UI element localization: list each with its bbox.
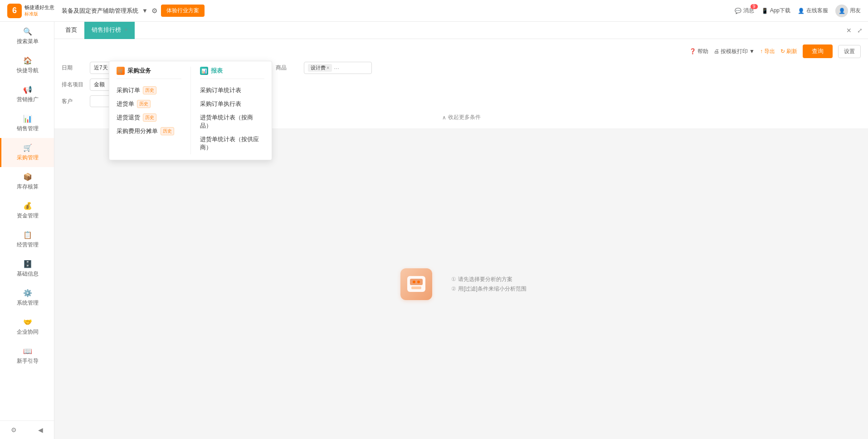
tab-close-icon[interactable]: × bbox=[125, 27, 127, 32]
sidebar-item-sales[interactable]: 📊 销售管理 bbox=[0, 109, 54, 138]
operation-icon: 📋 bbox=[23, 231, 32, 239]
app-download-btn[interactable]: 📱 App下载 bbox=[761, 7, 790, 15]
top-header: 6 畅捷通好生意 标准版 装备及固定资产辅助管理系统 ▼ ⚙ 体验行业方案 💬 … bbox=[0, 0, 868, 22]
search-icon: 🔍 bbox=[23, 27, 32, 36]
online-service-label: 在线客服 bbox=[806, 7, 828, 15]
collapse-icon: ∧ bbox=[442, 114, 446, 121]
tab-bar: 首页 销售排行榜 × ✕ ⤢ bbox=[54, 22, 868, 39]
goods-tag-close-icon[interactable]: × bbox=[327, 65, 329, 70]
empty-hints: ① 请先选择要分析的方案 ② 用[过滤]条件来缩小分析范围 bbox=[451, 276, 527, 293]
tab-restore-btn[interactable]: ⤢ bbox=[855, 25, 864, 36]
purchase-order-label: 采购订单 bbox=[117, 86, 140, 94]
purchase-icon: 🛒 bbox=[23, 143, 32, 152]
sidebar-item-enterprise[interactable]: 🤝 企业协同 bbox=[0, 312, 54, 341]
tab-sales-rank-label: 销售排行榜 bbox=[92, 26, 121, 34]
sidebar-settings-btn[interactable]: ⚙ bbox=[11, 426, 17, 434]
sidebar-item-finance[interactable]: 💰 资金管理 bbox=[0, 196, 54, 225]
sidebar-item-quick[interactable]: 🏠 快捷导航 bbox=[0, 51, 54, 80]
message-btn[interactable]: 💬 消息 9 bbox=[735, 7, 754, 15]
print-label: 按模板打印 bbox=[721, 48, 748, 55]
report-section-icon: 📊 bbox=[200, 67, 208, 75]
tab-home[interactable]: 首页 bbox=[58, 22, 84, 39]
purchase-order-exec-label: 采购订单执行表 bbox=[200, 100, 241, 108]
purchase-order-history-tag: 历史 bbox=[143, 86, 156, 94]
system-icon: ⚙️ bbox=[23, 289, 32, 297]
goods-label: 商品 bbox=[276, 64, 298, 72]
print-icon: 🖨 bbox=[714, 48, 719, 54]
sidebar-collapse-btn[interactable]: ◀ bbox=[38, 426, 43, 434]
sidebar-item-basic[interactable]: 🗄️ 基础信息 bbox=[0, 254, 54, 283]
purchase-section-icon: 🛒 bbox=[117, 67, 125, 75]
enterprise-icon: 🤝 bbox=[23, 318, 32, 326]
sidebar-item-finance-label: 资金管理 bbox=[17, 212, 39, 220]
industry-button[interactable]: 体验行业方案 bbox=[161, 5, 205, 17]
purchase-cost-history-tag: 历史 bbox=[161, 127, 174, 135]
sidebar-item-marketing[interactable]: 📢 营销推广 bbox=[0, 80, 54, 109]
sidebar-item-enterprise-label: 企业协同 bbox=[17, 328, 39, 336]
settings-button[interactable]: 设置 bbox=[838, 45, 861, 58]
goods-return-item[interactable]: 进货退货 历史 bbox=[117, 111, 181, 124]
sales-icon: 📊 bbox=[23, 114, 32, 123]
system-dropdown-btn[interactable]: ▼ bbox=[142, 7, 148, 14]
sidebar-item-search[interactable]: 🔍 搜索菜单 bbox=[0, 22, 54, 51]
sidebar-item-quick-label: 快捷导航 bbox=[17, 67, 39, 74]
sidebar-item-basic-label: 基础信息 bbox=[17, 270, 39, 278]
purchase-section-label: 采购业务 bbox=[127, 67, 151, 75]
help-btn[interactable]: ❓ 帮助 bbox=[689, 48, 708, 55]
app-download-label: App下载 bbox=[770, 7, 790, 15]
sidebar-item-purchase[interactable]: 🛒 采购管理 bbox=[0, 138, 54, 167]
sidebar-item-system-label: 系统管理 bbox=[17, 299, 39, 307]
help-label: 帮助 bbox=[697, 48, 708, 55]
service-icon: 👤 bbox=[798, 8, 805, 14]
date-preset-7[interactable]: 近7天 bbox=[94, 64, 108, 72]
purchase-cost-item[interactable]: 采购费用分摊单 历史 bbox=[117, 124, 181, 138]
tab-sales-rank[interactable]: 销售排行榜 × bbox=[84, 22, 135, 39]
empty-hint-2: ② 用[过滤]条件来缩小分析范围 bbox=[451, 285, 527, 293]
goods-receipt-item[interactable]: 进货单 历史 bbox=[117, 97, 181, 111]
finance-icon: 💰 bbox=[23, 202, 32, 210]
sidebar-item-inventory-label: 库存核算 bbox=[17, 183, 39, 191]
goods-selector[interactable]: 设计费 × ··· bbox=[304, 62, 372, 74]
sidebar: 🔍 搜索菜单 🏠 快捷导航 📢 营销推广 📊 销售管理 🛒 采购管理 📦 bbox=[0, 22, 54, 439]
export-btn[interactable]: ↑ 导出 bbox=[760, 48, 775, 55]
online-service-btn[interactable]: 👤 在线客服 bbox=[798, 7, 828, 15]
user-menu-btn[interactable]: 👤 用友 bbox=[835, 5, 861, 17]
help-icon: ❓ bbox=[689, 48, 696, 54]
report-section-label: 报表 bbox=[211, 67, 223, 75]
query-button[interactable]: 查询 bbox=[803, 44, 833, 58]
tab-home-label: 首页 bbox=[65, 26, 77, 34]
report-section: 📊 报表 采购订单统计表 采购订单执行表 进货单统计表（按商品） 进货单统计表（… bbox=[193, 67, 272, 154]
sidebar-item-system[interactable]: ⚙️ 系统管理 bbox=[0, 283, 54, 312]
sidebar-bottom: ⚙ ◀ bbox=[0, 420, 54, 439]
purchase-order-stats-item[interactable]: 采购订单统计表 bbox=[200, 84, 265, 97]
purchase-order-exec-item[interactable]: 采购订单执行表 bbox=[200, 97, 265, 111]
sidebar-item-sales-label: 销售管理 bbox=[17, 125, 39, 133]
print-btn[interactable]: 🖨 按模板打印 ▼ bbox=[714, 48, 755, 55]
goods-stats-by-supplier-item[interactable]: 进货单统计表（按供应商） bbox=[200, 133, 265, 154]
home-icon: 🏠 bbox=[23, 56, 32, 65]
gear-icon[interactable]: ⚙ bbox=[151, 7, 157, 15]
refresh-btn[interactable]: ↻ 刷新 bbox=[780, 48, 797, 55]
marketing-icon: 📢 bbox=[23, 85, 32, 94]
export-label: 导出 bbox=[764, 48, 775, 55]
purchase-section: 🛒 采购业务 采购订单 历史 进货单 历史 进货退货 历史 bbox=[109, 67, 189, 154]
sidebar-menu: 🔍 搜索菜单 🏠 快捷导航 📢 营销推广 📊 销售管理 🛒 采购管理 📦 bbox=[0, 22, 54, 370]
sidebar-item-inventory[interactable]: 📦 库存核算 bbox=[0, 167, 54, 196]
tab-close-all-btn[interactable]: ✕ bbox=[844, 25, 853, 36]
date-label: 日期 bbox=[62, 64, 84, 72]
message-badge: 9 bbox=[751, 4, 758, 9]
collapse-label: 收起更多条件 bbox=[448, 113, 481, 121]
export-icon: ↑ bbox=[760, 48, 763, 54]
empty-hint-1-text: 请先选择要分析的方案 bbox=[458, 276, 512, 283]
sidebar-item-operation[interactable]: 📋 经营管理 bbox=[0, 225, 54, 254]
goods-dots-btn[interactable]: ··· bbox=[334, 64, 339, 72]
purchase-order-item[interactable]: 采购订单 历史 bbox=[117, 84, 181, 97]
purchase-section-title: 🛒 采购业务 bbox=[117, 67, 181, 79]
popup-inner: 🛒 采购业务 采购订单 历史 进货单 历史 进货退货 历史 bbox=[109, 67, 272, 154]
refresh-icon: ↻ bbox=[780, 48, 785, 54]
sidebar-item-guide[interactable]: 📖 新手引导 bbox=[0, 341, 54, 370]
goods-stats-by-goods-label: 进货单统计表（按商品） bbox=[200, 113, 265, 130]
goods-stats-by-goods-item[interactable]: 进货单统计表（按商品） bbox=[200, 111, 265, 133]
print-dropdown-icon[interactable]: ▼ bbox=[749, 48, 755, 54]
brand-name: 畅捷通好生意 bbox=[24, 4, 54, 10]
